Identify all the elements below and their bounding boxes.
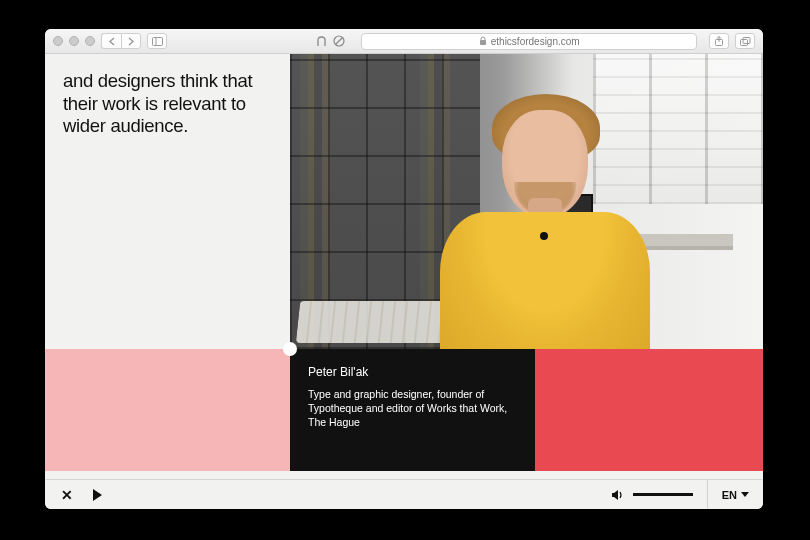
svg-rect-7 <box>743 37 750 43</box>
nav-back-forward <box>101 33 141 49</box>
lock-icon <box>479 36 487 46</box>
page-content: and designers think that their work is r… <box>45 54 763 479</box>
nav-forward-button[interactable] <box>121 33 141 49</box>
toolbar-extensions <box>312 35 349 47</box>
close-button[interactable]: ✕ <box>59 487 75 503</box>
play-icon <box>93 489 102 501</box>
language-label: EN <box>722 489 737 501</box>
close-window-dot[interactable] <box>53 36 63 46</box>
language-selector[interactable]: EN <box>722 489 749 501</box>
upper-row: and designers think that their work is r… <box>45 54 763 349</box>
speaker-info-block: Peter Bil'ak Type and graphic designer, … <box>290 349 535 471</box>
svg-line-3 <box>336 38 343 45</box>
minimize-window-dot[interactable] <box>69 36 79 46</box>
extension-icon[interactable] <box>316 35 327 47</box>
spacer-row <box>45 471 763 479</box>
close-icon: ✕ <box>61 488 73 502</box>
caption-text: and designers think that their work is r… <box>63 70 272 138</box>
play-button[interactable] <box>89 487 105 503</box>
toolbar-right <box>709 33 755 49</box>
adblock-icon[interactable] <box>333 35 345 47</box>
browser-window: ethicsfordesign.com and designers think … <box>45 29 763 509</box>
share-button[interactable] <box>709 33 729 49</box>
zoom-window-dot[interactable] <box>85 36 95 46</box>
progress-marker[interactable] <box>283 342 297 356</box>
address-bar[interactable]: ethicsfordesign.com <box>361 33 697 50</box>
nav-back-button[interactable] <box>101 33 121 49</box>
divider <box>707 480 708 510</box>
speaker-bio: Type and graphic designer, founder of Ty… <box>308 387 508 430</box>
sidebar-toggle-button[interactable] <box>147 33 167 49</box>
window-controls <box>53 36 95 46</box>
block-pink <box>45 349 290 471</box>
speaker-portrait <box>440 82 650 349</box>
lapel-mic-icon <box>540 232 548 240</box>
caption-pane: and designers think that their work is r… <box>45 54 290 349</box>
volume-control[interactable] <box>611 489 693 501</box>
address-bar-text: ethicsfordesign.com <box>491 36 580 47</box>
video-frame[interactable] <box>290 54 763 349</box>
svg-rect-0 <box>152 37 162 45</box>
svg-rect-4 <box>480 40 486 45</box>
volume-icon <box>611 489 625 501</box>
info-blocks-row: Peter Bil'ak Type and graphic designer, … <box>45 349 763 471</box>
svg-rect-6 <box>740 39 747 45</box>
speaker-name: Peter Bil'ak <box>308 365 517 379</box>
tabs-button[interactable] <box>735 33 755 49</box>
volume-slider[interactable] <box>633 493 693 496</box>
chevron-down-icon <box>741 492 749 497</box>
block-red <box>535 349 763 471</box>
player-bar: ✕ EN <box>45 479 763 509</box>
browser-chrome: ethicsfordesign.com <box>45 29 763 54</box>
